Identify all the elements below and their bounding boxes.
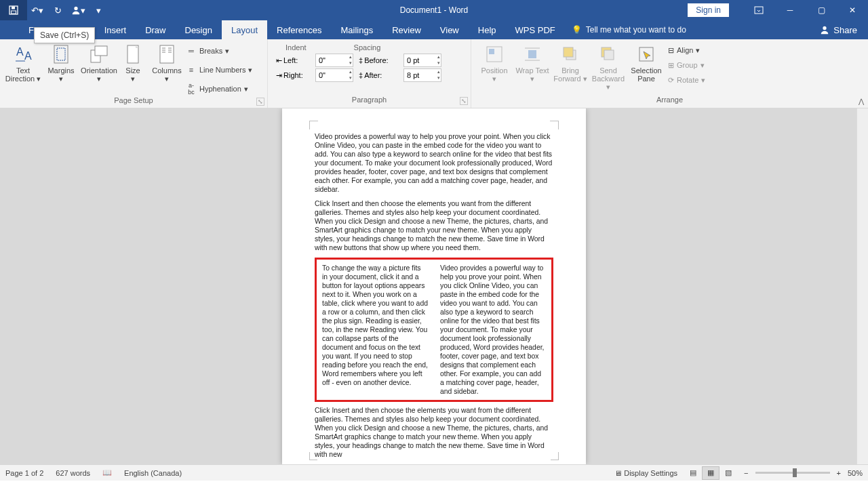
svg-rect-1 [12, 7, 15, 9]
hyphenation-icon: a-bc [186, 82, 197, 96]
share-button[interactable]: Share [809, 20, 868, 39]
minimize-button[interactable]: ─ [774, 0, 806, 20]
page-setup-launcher[interactable]: ⤡ [256, 98, 264, 106]
title-bar: ↶▾ ↻ ▾ ▾ Document1 - Word Sign in ─ ▢ ✕ [0, 0, 868, 20]
hyphenation-label: Hyphenation [199, 85, 241, 93]
spacing-before-label: Before: [364, 56, 388, 64]
breaks-label: Breaks [199, 47, 222, 55]
word-count[interactable]: 627 words [56, 469, 90, 477]
columns-button[interactable]: Columns▾ [148, 42, 186, 83]
columns-label: Columns [152, 66, 181, 75]
tab-view[interactable]: View [431, 20, 469, 39]
position-button[interactable]: Position▾ [475, 42, 513, 83]
paragraph: Video provides a powerful way to help yo… [315, 132, 553, 194]
line-numbers-button[interactable]: ≡Line Numbers ▾ [186, 62, 252, 77]
bring-forward-label: Bring Forward [553, 66, 580, 83]
account-button[interactable]: ▾ [68, 0, 88, 20]
align-button[interactable]: ⊟Align ▾ [668, 43, 705, 57]
view-mode-buttons: ▤ ▦ ▧ [684, 466, 737, 480]
zoom-in-button[interactable]: + [837, 469, 841, 477]
redo-button[interactable]: ↻ [47, 0, 68, 20]
svg-rect-21 [489, 49, 494, 54]
spellcheck-icon[interactable]: 📖 [102, 468, 112, 477]
orientation-label: Orientation [81, 66, 117, 75]
display-settings-label: Display Settings [624, 469, 677, 477]
group-button[interactable]: ⊞Group ▾ [668, 58, 705, 72]
collapse-ribbon-button[interactable]: ⋀ [859, 98, 864, 105]
zoom-out-button[interactable]: − [744, 469, 748, 477]
tell-me-search[interactable]: 💡 Tell me what you want to do [572, 20, 686, 39]
position-label: Position [481, 66, 507, 75]
arrange-group-label: Arrange [656, 96, 683, 104]
size-label: Size [125, 66, 140, 75]
text-direction-label: Text Direction [5, 66, 35, 83]
orientation-button[interactable]: Orientation▾ [80, 42, 118, 83]
paragraph-launcher[interactable]: ⤡ [460, 97, 468, 105]
breaks-button[interactable]: ═Breaks ▾ [186, 43, 252, 58]
page-indicator[interactable]: Page 1 of 2 [5, 469, 43, 477]
selection-pane-button[interactable]: Selection Pane [627, 42, 665, 83]
tell-me-label: Tell me what you want to do [586, 25, 686, 35]
tab-help[interactable]: Help [469, 20, 506, 39]
ribbon-display-options[interactable] [743, 0, 774, 20]
column-left: To change the way a picture fits in your… [322, 264, 428, 396]
spacing-before-icon: ‡ [359, 56, 363, 64]
tab-insert[interactable]: Insert [95, 20, 136, 39]
maximize-button[interactable]: ▢ [806, 0, 837, 20]
undo-button[interactable]: ↶▾ [27, 0, 47, 20]
indent-left-input[interactable]: 0" [315, 54, 353, 67]
selection-pane-label: Selection Pane [631, 66, 661, 83]
tab-mailings[interactable]: Mailings [332, 20, 383, 39]
align-label: Align [677, 46, 693, 54]
print-layout-button[interactable]: ▦ [702, 466, 719, 480]
web-layout-button[interactable]: ▧ [719, 466, 737, 480]
read-mode-button[interactable]: ▤ [684, 466, 702, 480]
save-tooltip: Save (Ctrl+S) [34, 27, 95, 43]
line-numbers-label: Line Numbers [199, 66, 245, 74]
indent-right-input[interactable]: 0" [315, 68, 353, 82]
margins-button[interactable]: Margins▾ [42, 42, 80, 83]
language-indicator[interactable]: English (Canada) [124, 469, 182, 477]
indent-right-label: Right: [283, 71, 303, 79]
zoom-level[interactable]: 50% [848, 469, 863, 477]
share-label: Share [833, 25, 857, 35]
save-button[interactable] [0, 0, 27, 20]
qat-customize[interactable]: ▾ [88, 0, 108, 20]
document-canvas[interactable]: Video provides a powerful way to help yo… [0, 108, 868, 464]
svg-rect-11 [95, 46, 107, 56]
status-bar: Page 1 of 2 627 words 📖 English (Canada)… [0, 464, 868, 481]
text-direction-button[interactable]: AA Text Direction ▾ [4, 42, 42, 83]
tab-references[interactable]: References [267, 20, 331, 39]
indent-left-label: Left: [283, 56, 298, 64]
close-button[interactable]: ✕ [837, 0, 868, 20]
bring-forward-button[interactable]: Bring Forward ▾ [551, 42, 589, 83]
align-icon: ⊟ [668, 46, 674, 55]
wrap-text-button[interactable]: Wrap Text ▾ [513, 42, 551, 83]
sign-in-button[interactable]: Sign in [687, 3, 730, 18]
svg-point-3 [74, 7, 77, 10]
breaks-icon: ═ [186, 47, 197, 55]
size-button[interactable]: Size▾ [118, 42, 148, 83]
tab-design[interactable]: Design [176, 20, 222, 39]
spacing-before-input[interactable]: 0 pt [403, 54, 441, 67]
spacing-after-input[interactable]: 8 pt [403, 68, 441, 82]
tab-layout[interactable]: Layout [222, 20, 267, 39]
spacing-after-icon: ‡ [359, 71, 363, 79]
paragraph-group-label: Paragraph [352, 96, 387, 104]
page: Video provides a powerful way to help yo… [282, 108, 586, 464]
document-title: Document1 - Word [400, 5, 468, 15]
send-backward-button[interactable]: Send Backward ▾ [589, 42, 627, 91]
svg-rect-26 [564, 47, 573, 57]
tab-draw[interactable]: Draw [136, 20, 175, 39]
svg-point-5 [823, 26, 827, 30]
tab-review[interactable]: Review [382, 20, 431, 39]
rotate-button[interactable]: ⟳Rotate ▾ [668, 73, 705, 87]
zoom-slider[interactable] [755, 472, 830, 474]
vertical-scrollbar[interactable] [856, 108, 868, 464]
two-column-section: To change the way a picture fits in your… [315, 258, 553, 402]
margins-label: Margins [47, 66, 74, 75]
display-settings-button[interactable]: 🖥 Display Settings [614, 469, 677, 477]
hyphenation-button[interactable]: a-bcHyphenation ▾ [186, 81, 252, 96]
wrap-text-label: Wrap Text [515, 66, 549, 75]
tab-wpspdf[interactable]: WPS PDF [506, 20, 565, 39]
